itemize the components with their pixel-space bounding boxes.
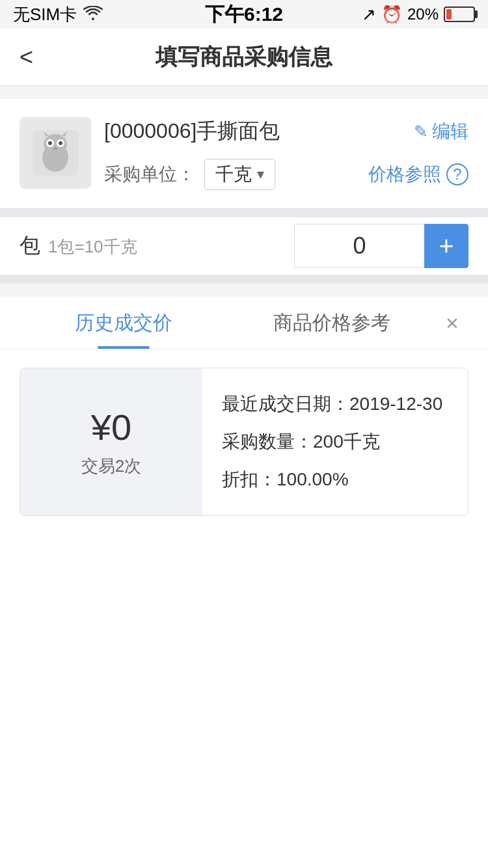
product-logo-icon xyxy=(33,130,78,176)
unit-value: 千克 xyxy=(215,162,252,187)
edit-button[interactable]: ✎ 编辑 xyxy=(414,119,468,144)
purchase-qty-value: 200千克 xyxy=(313,431,380,452)
discount-value: 100.00% xyxy=(277,469,349,489)
status-left: 无SIM卡 xyxy=(13,3,103,26)
quantity-input[interactable]: 0 xyxy=(294,224,424,268)
product-name: [0000006]手撕面包 xyxy=(104,117,280,146)
history-price-card: ¥0 交易2次 最近成交日期：2019-12-30 采购数量：200千克 折扣：… xyxy=(20,368,468,516)
product-card: [0000006]手撕面包 ✎ 编辑 采购单位： 千克 ▾ 价格参照 ? xyxy=(0,99,488,208)
status-time: 下午6:12 xyxy=(205,1,283,28)
purchase-qty-row: 采购数量：200千克 xyxy=(222,428,448,455)
quantity-input-section: 0 + xyxy=(294,224,468,268)
edit-icon: ✎ xyxy=(414,122,428,142)
quantity-conversion: 1包=10千克 xyxy=(48,236,137,258)
tab-history-price-label: 历史成交价 xyxy=(75,310,172,336)
battery-icon xyxy=(444,7,475,22)
price-ref-label: 价格参照 xyxy=(368,162,441,187)
section-divider xyxy=(0,208,488,217)
location-icon: ↗ xyxy=(362,5,376,25)
tabs-close-button[interactable]: × xyxy=(436,306,468,339)
tabs-panel: 历史成交价 商品价格参考 × ¥0 交易2次 最近成交日期：2019-12-30… xyxy=(0,297,488,534)
tabs-header: 历史成交价 商品价格参考 × xyxy=(0,297,488,349)
wifi-icon xyxy=(83,5,103,25)
quantity-plus-button[interactable]: + xyxy=(424,224,468,268)
quantity-row: 包 1包=10千克 0 + xyxy=(0,217,488,275)
currency-symbol: ¥ xyxy=(91,407,111,448)
quantity-unit: 包 xyxy=(20,232,40,260)
svg-point-5 xyxy=(48,141,52,145)
back-button[interactable]: < xyxy=(20,44,33,71)
unit-label: 采购单位： xyxy=(104,164,195,184)
quantity-label-section: 包 1包=10千克 xyxy=(20,232,137,260)
unit-section: 采购单位： 千克 ▾ xyxy=(104,159,275,190)
tabs-content: ¥0 交易2次 最近成交日期：2019-12-30 采购数量：200千克 折扣：… xyxy=(0,349,488,534)
svg-point-6 xyxy=(59,141,62,145)
history-card-right: 最近成交日期：2019-12-30 采购数量：200千克 折扣：100.00% xyxy=(202,368,468,515)
latest-date-label: 最近成交日期： xyxy=(222,394,349,414)
product-header: [0000006]手撕面包 ✎ 编辑 xyxy=(104,117,468,146)
section-divider-2 xyxy=(0,275,488,284)
history-price: ¥0 xyxy=(91,406,131,448)
carrier-text: 无SIM卡 xyxy=(13,3,77,26)
alarm-icon: ⏰ xyxy=(381,5,402,25)
purchase-qty-label: 采购数量： xyxy=(222,431,313,452)
status-right: ↗ ⏰ 20% xyxy=(362,5,475,25)
trade-count: 交易2次 xyxy=(81,455,141,478)
price-value: 0 xyxy=(111,407,131,448)
tab-history-price[interactable]: 历史成交价 xyxy=(20,297,228,349)
nav-bar: < 填写商品采购信息 xyxy=(0,29,488,86)
help-icon: ? xyxy=(446,163,468,185)
history-card-left: ¥0 交易2次 xyxy=(20,368,202,515)
tab-product-price-ref-label: 商品价格参考 xyxy=(273,310,390,336)
page-title: 填写商品采购信息 xyxy=(156,42,332,72)
unit-select-button[interactable]: 千克 ▾ xyxy=(204,159,275,190)
tab-product-price-ref[interactable]: 商品价格参考 xyxy=(228,297,436,349)
edit-label: 编辑 xyxy=(432,119,468,144)
latest-date-value: 2019-12-30 xyxy=(349,394,442,414)
status-bar: 无SIM卡 下午6:12 ↗ ⏰ 20% xyxy=(0,0,488,29)
product-info: [0000006]手撕面包 ✎ 编辑 采购单位： 千克 ▾ 价格参照 ? xyxy=(104,117,468,190)
main-content-area xyxy=(0,534,488,868)
discount-label: 折扣： xyxy=(222,469,277,489)
battery-percent: 20% xyxy=(407,5,439,23)
dropdown-arrow-icon: ▾ xyxy=(257,166,264,183)
product-unit-row: 采购单位： 千克 ▾ 价格参照 ? xyxy=(104,159,468,190)
product-image xyxy=(20,117,91,189)
price-ref-button[interactable]: 价格参照 ? xyxy=(368,162,468,187)
discount-row: 折扣：100.00% xyxy=(222,466,448,493)
latest-date-row: 最近成交日期：2019-12-30 xyxy=(222,390,448,418)
